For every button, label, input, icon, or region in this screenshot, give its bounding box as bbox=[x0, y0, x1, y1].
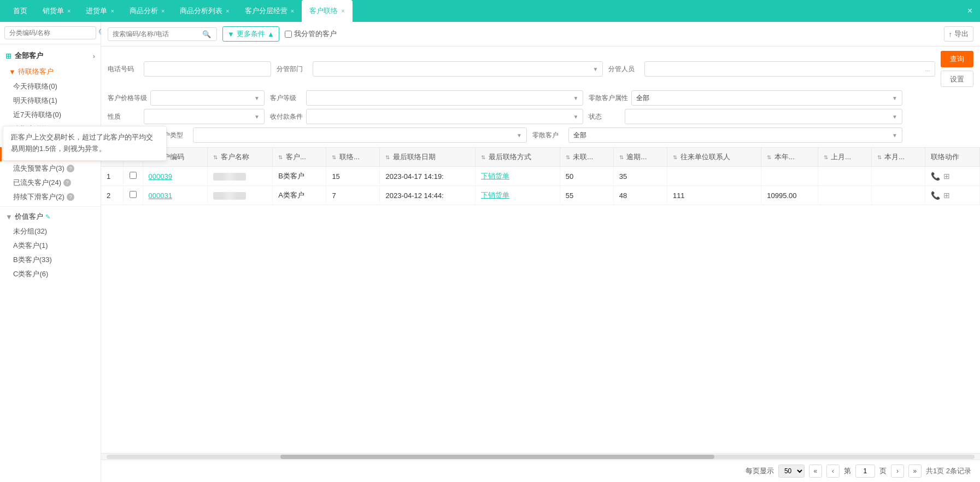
dept-select[interactable]: ▼ bbox=[313, 61, 603, 77]
scroll-thumb[interactable] bbox=[280, 455, 714, 459]
my-customers-filter[interactable]: 我分管的客户 bbox=[285, 29, 337, 39]
setting-button[interactable]: 设置 bbox=[941, 71, 973, 87]
row1-type: B类客户 bbox=[273, 167, 326, 186]
export-button[interactable]: ↑ 导出 bbox=[944, 26, 974, 42]
nav-product-analysis-list-close[interactable]: × bbox=[226, 8, 229, 14]
declining-help-icon[interactable]: ? bbox=[67, 193, 74, 201]
valuation-group[interactable]: ▼ 价值客户 ✎ bbox=[0, 209, 101, 224]
my-customers-checkbox[interactable] bbox=[285, 31, 292, 38]
page-size-select[interactable]: 50 bbox=[778, 464, 805, 478]
filter-retail-attr: 零散客户属性 全部 ▼ bbox=[589, 90, 902, 106]
last-page-button[interactable]: » bbox=[908, 464, 922, 478]
nav-sales-order[interactable]: 销货单 × bbox=[35, 0, 78, 22]
horizontal-scrollbar[interactable] bbox=[101, 453, 980, 460]
last-method-column-header: ⇅ 最后联络方式 bbox=[476, 148, 560, 167]
row2-index: 2 bbox=[101, 186, 123, 205]
page-size-label: 每页显示 bbox=[746, 466, 774, 476]
row2-name-blurred bbox=[213, 192, 246, 200]
payment-select[interactable]: ▼ bbox=[306, 109, 584, 124]
more-conditions-button[interactable]: ▼ 更多条件 ▲ bbox=[222, 26, 279, 42]
nav-customer-segmentation-close[interactable]: × bbox=[291, 8, 294, 14]
row2-grid-icon[interactable]: ⊞ bbox=[943, 191, 950, 200]
next-page-button[interactable]: › bbox=[891, 464, 904, 478]
sort-icon-9: ⇅ bbox=[673, 154, 677, 160]
nav-customer-contact[interactable]: 客户联络 × bbox=[302, 0, 352, 22]
row2-select-checkbox[interactable] bbox=[130, 191, 137, 198]
toolbar-search-icon[interactable]: 🔍 bbox=[202, 30, 211, 38]
sidebar-7day-pending[interactable]: 近7天待联络(0) bbox=[0, 108, 101, 122]
row1-code[interactable]: 000039 bbox=[143, 167, 208, 186]
phone-input[interactable] bbox=[144, 61, 271, 77]
sort-icon-3: ⇅ bbox=[278, 154, 283, 160]
row1-last-month bbox=[818, 167, 871, 186]
nav-product-analysis-close[interactable]: × bbox=[161, 8, 165, 14]
toolbar-search-input[interactable] bbox=[113, 30, 200, 38]
sidebar-ungrouped[interactable]: 未分组(32) bbox=[0, 224, 101, 239]
tooltip-text: 距客户上次交易时长，超过了此客户的平均交易周期的1.5倍，则视为异常。 bbox=[11, 133, 153, 153]
row1-call-icon[interactable]: 📞 bbox=[931, 172, 940, 181]
customer-type-chevron-icon: ▼ bbox=[517, 132, 522, 138]
nav-sales-order-close[interactable]: × bbox=[67, 8, 71, 14]
sidebar-lost-warning[interactable]: 流失预警客户(3) ? bbox=[0, 161, 101, 176]
row2-last-method[interactable]: 下销货单 bbox=[476, 186, 560, 205]
row1-grid-icon[interactable]: ⊞ bbox=[943, 172, 950, 181]
sort-icon-7: ⇅ bbox=[566, 154, 570, 160]
nav-purchase-order-close[interactable]: × bbox=[110, 8, 114, 14]
valuation-triangle-icon: ▼ bbox=[5, 213, 13, 221]
row2-type: A类客户 bbox=[273, 186, 326, 205]
row2-call-icon[interactable]: 📞 bbox=[931, 191, 940, 200]
first-page-button[interactable]: « bbox=[809, 464, 822, 478]
valuation-edit-icon[interactable]: ✎ bbox=[45, 213, 50, 220]
nav-customer-contact-close[interactable]: × bbox=[341, 8, 344, 14]
row1-last-method[interactable]: 下销货单 bbox=[476, 167, 560, 186]
price-level-select[interactable]: ▼ bbox=[150, 90, 265, 106]
sidebar-b-customers[interactable]: B类客户(33) bbox=[0, 253, 101, 267]
sidebar-a-customers[interactable]: A类客户(1) bbox=[0, 239, 101, 253]
lost-pre-help-icon[interactable]: ? bbox=[67, 165, 74, 172]
sort-icon-11: ⇅ bbox=[824, 154, 828, 160]
filter-payment: 收付款条件 ▼ bbox=[270, 109, 584, 124]
lost-help-icon[interactable]: ? bbox=[63, 179, 71, 187]
sidebar-today-pending[interactable]: 今天待联络(0) bbox=[0, 79, 101, 94]
row1-select-checkbox[interactable] bbox=[130, 172, 137, 179]
nav-home[interactable]: 首页 bbox=[5, 0, 35, 22]
table-row: 1 000039 B类客户 15 2023-04-17 14:19: 下销货单 … bbox=[101, 167, 980, 186]
retail-attr-select[interactable]: 全部 ▼ bbox=[631, 90, 902, 106]
retail-customer-select[interactable]: 全部 ▼ bbox=[568, 127, 902, 143]
sidebar-c-customers[interactable]: C类客户(6) bbox=[0, 267, 101, 281]
retail-attr-chevron-icon: ▼ bbox=[892, 95, 897, 101]
customer-level-select[interactable]: ▼ bbox=[306, 90, 584, 106]
sidebar-search-input[interactable] bbox=[4, 26, 96, 39]
row2-checkbox[interactable] bbox=[123, 186, 143, 205]
overdue-column-header: ⇅ 逾期... bbox=[613, 148, 667, 167]
sidebar-collapse-icon[interactable]: › bbox=[93, 52, 95, 60]
table-row: 2 000031 A类客户 7 2023-04-12 14:44: 下销货单 5… bbox=[101, 186, 980, 205]
gender-select[interactable]: ▼ bbox=[144, 109, 265, 124]
sidebar-lost-customers[interactable]: 已流失客户(24) ? bbox=[0, 176, 101, 190]
sidebar-tomorrow-pending[interactable]: 明天待联络(1) bbox=[0, 94, 101, 108]
close-all-button[interactable]: × bbox=[965, 4, 975, 18]
page-number-input[interactable] bbox=[855, 464, 875, 478]
toolbar-search-box: 🔍 bbox=[108, 27, 217, 41]
nav-product-analysis[interactable]: 商品分析 × bbox=[122, 0, 172, 22]
row2-code[interactable]: 000031 bbox=[143, 186, 208, 205]
filter-person: 分管人员 … bbox=[608, 61, 935, 77]
nav-purchase-order[interactable]: 进货单 × bbox=[78, 0, 121, 22]
sidebar-content: ⊞ 全部客户 › ▼ 待联络客户 今天待联络(0) 明天待联络(1) 近7天待联… bbox=[0, 44, 101, 482]
status-select[interactable]: ▼ bbox=[625, 109, 902, 124]
customer-type-select[interactable]: ▼ bbox=[193, 127, 527, 143]
table-wrapper[interactable]: ⚙ ⇅ 客户编码 ⇅ 客户名称 bbox=[101, 148, 980, 453]
query-button[interactable]: 查询 bbox=[941, 51, 973, 67]
row2-actions: 📞 ⊞ bbox=[925, 186, 979, 205]
sidebar-declining-customers[interactable]: 持续下滑客户(2) ? bbox=[0, 190, 101, 204]
nav-product-analysis-list[interactable]: 商品分析列表 × bbox=[172, 0, 237, 22]
row2-company-contact: 111 bbox=[667, 186, 761, 205]
prev-page-button[interactable]: ‹ bbox=[826, 464, 840, 478]
person-select[interactable]: … bbox=[644, 61, 935, 77]
all-customers-title[interactable]: ⊞ 全部客户 › bbox=[0, 48, 101, 64]
row1-checkbox[interactable] bbox=[123, 167, 143, 186]
pending-contact-group[interactable]: ▼ 待联络客户 bbox=[0, 64, 101, 79]
nav-customer-segmentation[interactable]: 客户分层经营 × bbox=[237, 0, 302, 22]
row1-contact: 15 bbox=[326, 167, 380, 186]
dept-chevron-icon: ▼ bbox=[592, 66, 598, 72]
